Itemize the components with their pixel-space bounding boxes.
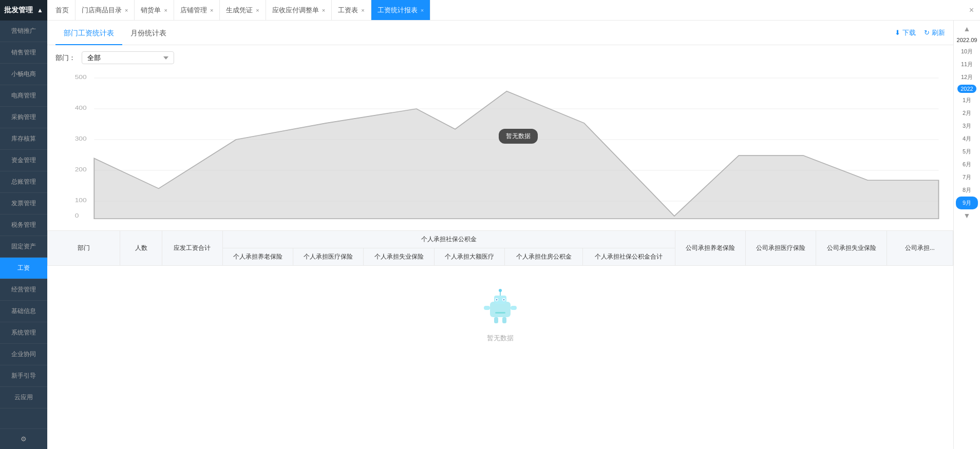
data-table: 部门 人数 应发工资合计 个人承担社保公积金 公司承担养老保险 公司承担医疗保险… <box>47 230 953 266</box>
sidebar-toggle-icon[interactable]: ▲ <box>37 7 43 14</box>
col-header-company-more: 公司承担... <box>887 231 953 266</box>
svg-rect-21 <box>484 306 490 310</box>
col-header-unemploy-personal: 个人承担失业保险 <box>364 248 434 266</box>
settings-button[interactable]: ⚙ <box>0 428 47 449</box>
sidebar-item-ops[interactable]: 经营管理 <box>0 279 47 301</box>
sidebar-item-guide[interactable]: 新手引导 <box>0 365 47 387</box>
sidebar-item-basic-info[interactable]: 基础信息 <box>0 301 47 322</box>
top-tabs-bar: 首页 门店商品目录 × 销货单 × 店铺管理 × 生成凭证 × 应收应付调整单 … <box>47 0 980 21</box>
sub-tabs-right: ⬇ 下载 ↻ 刷新 <box>895 28 945 37</box>
tab-ar-ap[interactable]: 应收应付调整单 × <box>266 0 332 20</box>
timeline-month-11[interactable]: 11月 <box>954 58 980 71</box>
timeline-panel: ▲ 2022.09 10月 11月 12月 2022 1月 2月 3月 4月 5… <box>953 21 980 449</box>
timeline-month-5[interactable]: 5月 <box>954 145 980 158</box>
download-icon: ⬇ <box>895 29 900 36</box>
timeline-month-9[interactable]: 9月 <box>956 197 978 209</box>
chart-area-fill <box>94 91 938 219</box>
empty-state: 暂无数据 <box>47 266 953 353</box>
sidebar-item-ledger[interactable]: 总账管理 <box>0 171 47 193</box>
sub-tab-month-stats[interactable]: 月份统计表 <box>122 21 175 45</box>
tab-store-mgmt[interactable]: 店铺管理 × <box>174 0 220 20</box>
dept-filter-label: 部门： <box>55 53 76 63</box>
col-header-personal-group: 个人承担社保公积金 <box>222 231 675 248</box>
tab-payroll-report[interactable]: 工资统计报表 × <box>371 0 430 20</box>
sidebar-item-fixed-assets[interactable]: 固定资产 <box>0 236 47 258</box>
tab-catalog[interactable]: 门店商品目录 × <box>76 0 135 20</box>
sidebar-item-mini-ecom[interactable]: 小畅电商 <box>0 64 47 85</box>
table-wrapper: 部门 人数 应发工资合计 个人承担社保公积金 公司承担养老保险 公司承担医疗保险… <box>47 230 953 353</box>
svg-text:100: 100 <box>75 197 87 204</box>
col-header-medical-company: 公司承担医疗保险 <box>745 231 816 266</box>
tab-catalog-close[interactable]: × <box>125 7 128 13</box>
sidebar-header[interactable]: 批发管理 ▲ <box>0 0 47 21</box>
sub-tabs-bar: 部门工资统计表 月份统计表 ⬇ 下载 ↻ 刷新 <box>47 21 953 45</box>
svg-rect-23 <box>494 317 498 323</box>
svg-text:300: 300 <box>75 135 87 142</box>
svg-rect-12 <box>490 302 511 317</box>
close-all-tabs-button[interactable]: × <box>965 6 978 15</box>
content-area: 部门工资统计表 月份统计表 ⬇ 下载 ↻ 刷新 <box>47 21 980 449</box>
dept-filter-select[interactable]: 全部 销售部 采购部 财务部 行政部 <box>82 51 174 64</box>
empty-robot-icon <box>480 286 521 327</box>
tab-payroll-report-close[interactable]: × <box>421 7 424 13</box>
page-content: 部门工资统计表 月份统计表 ⬇ 下载 ↻ 刷新 <box>47 21 953 449</box>
timeline-month-10[interactable]: 10月 <box>954 45 980 58</box>
timeline-month-1[interactable]: 1月 <box>954 94 980 107</box>
svg-rect-24 <box>502 317 506 323</box>
chart-area: 500 400 300 200 100 0 <box>55 70 945 224</box>
empty-state-text: 暂无数据 <box>487 334 514 343</box>
refresh-icon: ↻ <box>924 29 930 36</box>
tab-payroll-close[interactable]: × <box>361 7 364 13</box>
timeline-month-12[interactable]: 12月 <box>954 71 980 84</box>
timeline-month-2[interactable]: 2月 <box>954 107 980 120</box>
col-header-dept: 部门 <box>48 231 120 266</box>
sidebar-item-tax[interactable]: 税务管理 <box>0 214 47 236</box>
main-area: 首页 门店商品目录 × 销货单 × 店铺管理 × 生成凭证 × 应收应付调整单 … <box>47 0 980 449</box>
sidebar-item-salary[interactable]: 工资 <box>0 258 47 279</box>
tab-home[interactable]: 首页 <box>49 0 76 20</box>
filter-row: 部门： 全部 销售部 采购部 财务部 行政部 <box>47 45 953 70</box>
tab-sales-order[interactable]: 销货单 × <box>135 0 174 20</box>
sub-tab-dept-stats[interactable]: 部门工资统计表 <box>55 21 122 45</box>
sidebar-item-marketing[interactable]: 营销推广 <box>0 21 47 42</box>
svg-text:400: 400 <box>75 104 87 111</box>
svg-text:500: 500 <box>75 73 87 81</box>
tab-ar-ap-close[interactable]: × <box>322 7 325 13</box>
timeline-up-nav[interactable]: ▲ <box>962 23 973 35</box>
sidebar-item-sales[interactable]: 销售管理 <box>0 42 47 64</box>
tab-voucher[interactable]: 生成凭证 × <box>220 0 266 20</box>
download-button[interactable]: ⬇ 下载 <box>895 28 916 37</box>
tab-store-mgmt-close[interactable]: × <box>210 7 213 13</box>
timeline-month-7[interactable]: 7月 <box>954 171 980 184</box>
sidebar-item-enterprise[interactable]: 企业协同 <box>0 344 47 365</box>
sub-tabs-left: 部门工资统计表 月份统计表 <box>55 21 175 45</box>
tab-sales-order-close[interactable]: × <box>164 7 167 13</box>
timeline-month-6[interactable]: 6月 <box>954 158 980 171</box>
sidebar-item-cloud[interactable]: 云应用 <box>0 387 47 408</box>
sidebar-item-finance[interactable]: 资金管理 <box>0 150 47 171</box>
timeline-month-3[interactable]: 3月 <box>954 120 980 132</box>
timeline-down-nav[interactable]: ▼ <box>962 209 973 222</box>
sidebar-item-invoice[interactable]: 发票管理 <box>0 193 47 214</box>
col-header-unemploy-company: 公司承担失业保险 <box>816 231 887 266</box>
svg-point-20 <box>499 289 502 292</box>
sidebar-item-purchase[interactable]: 采购管理 <box>0 107 47 128</box>
timeline-year-label: 2022.09 <box>956 35 978 45</box>
sidebar-item-system[interactable]: 系统管理 <box>0 322 47 344</box>
timeline-month-4[interactable]: 4月 <box>954 132 980 145</box>
sidebar-title: 批发管理 <box>4 6 33 15</box>
tab-voucher-close[interactable]: × <box>256 7 259 13</box>
col-header-count: 人数 <box>120 231 162 266</box>
svg-text:0: 0 <box>75 212 79 219</box>
col-header-salary: 应发工资合计 <box>162 231 222 266</box>
refresh-button[interactable]: ↻ 刷新 <box>924 28 945 37</box>
col-header-pension-company: 公司承担养老保险 <box>675 231 745 266</box>
sidebar-item-inventory[interactable]: 库存核算 <box>0 128 47 150</box>
sidebar-item-ecom[interactable]: 电商管理 <box>0 85 47 107</box>
svg-point-16 <box>496 299 498 301</box>
col-header-major-medical: 个人承担大额医疗 <box>434 248 504 266</box>
timeline-month-8[interactable]: 8月 <box>954 184 980 197</box>
tab-payroll[interactable]: 工资表 × <box>332 0 371 20</box>
col-header-housing-personal: 个人承担住房公积金 <box>505 248 583 266</box>
svg-point-17 <box>503 299 505 301</box>
